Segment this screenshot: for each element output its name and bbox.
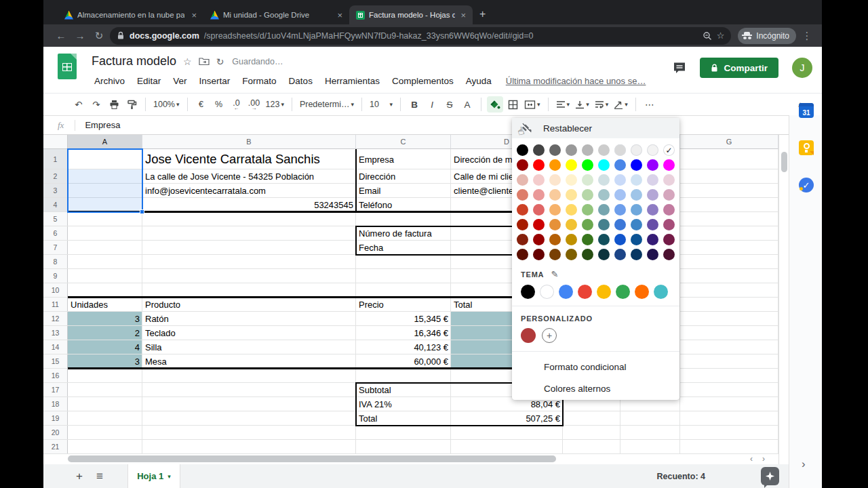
color-swatch-4c1130[interactable] [663, 249, 675, 260]
color-swatch-85200c[interactable] [517, 234, 528, 245]
paint-format-button[interactable] [123, 96, 140, 113]
color-swatch-f9cb9c[interactable] [549, 189, 561, 201]
row-header-2[interactable]: 2 [43, 169, 68, 184]
row-header-11[interactable]: 11 [43, 298, 68, 312]
show-side-panel-icon[interactable]: › [802, 458, 806, 471]
cell-A14[interactable]: 4 [68, 340, 142, 354]
theme-color-46bdc6[interactable] [654, 285, 668, 299]
text-color-button[interactable]: A [459, 96, 475, 113]
bold-button[interactable]: B [406, 96, 422, 113]
theme-color-ff6d01[interactable] [635, 285, 649, 299]
cell-C7[interactable]: Fecha [356, 241, 451, 255]
color-swatch-b7b7b7[interactable] [582, 144, 593, 156]
menu-editar[interactable]: Editar [131, 74, 167, 88]
color-swatch-ffd966[interactable] [566, 204, 577, 216]
new-tab-button[interactable]: + [473, 7, 492, 24]
row-header-4[interactable]: 4 [43, 198, 68, 212]
color-swatch-ff00ff[interactable] [663, 159, 675, 171]
color-swatch-980000[interactable] [517, 159, 528, 171]
bookmark-star-icon[interactable]: ☆ [717, 30, 725, 41]
color-swatch-c27ba0[interactable] [663, 204, 675, 216]
cell-A12[interactable]: 3 [68, 312, 142, 326]
color-swatch-00ffff[interactable] [598, 159, 610, 171]
row-header-7[interactable]: 7 [43, 241, 68, 255]
color-swatch-274e13[interactable] [582, 249, 593, 260]
color-swatch-ead1dc[interactable] [663, 174, 675, 186]
color-swatch-d9d2e9[interactable] [647, 174, 658, 186]
color-swatch-ffe599[interactable] [566, 189, 577, 201]
tab-close-icon[interactable]: × [459, 10, 467, 20]
color-swatch-8e7cc3[interactable] [647, 204, 658, 216]
color-swatch-351c75[interactable] [647, 234, 658, 245]
cell-A15[interactable]: 3 [68, 354, 142, 369]
print-button[interactable] [106, 96, 122, 113]
explore-button[interactable] [761, 467, 779, 485]
reset-color-button[interactable]: Restablecer ☝ [512, 118, 679, 138]
select-all-corner[interactable] [43, 135, 68, 149]
zoom-select[interactable]: 100%▾ [151, 96, 182, 113]
color-swatch-d0e0e3[interactable] [598, 174, 610, 186]
borders-button[interactable] [505, 96, 521, 113]
menu-ayuda[interactable]: Ayuda [460, 74, 498, 88]
color-swatch-ff9900[interactable] [549, 159, 561, 171]
color-swatch-fce5cd[interactable] [549, 174, 561, 186]
star-document-icon[interactable]: ☆ [183, 56, 192, 67]
fill-color-button[interactable] [487, 96, 503, 113]
color-swatch-38761d[interactable] [582, 234, 593, 245]
color-swatch-93c47d[interactable] [582, 204, 593, 216]
color-swatch-0000ff[interactable] [631, 159, 642, 171]
color-swatch-45818e[interactable] [598, 219, 610, 230]
color-swatch-b45f06[interactable] [549, 234, 561, 245]
number-format-button[interactable]: 123▾ [264, 96, 286, 113]
color-swatch-5b0f00[interactable] [517, 249, 528, 260]
theme-color-ffffff[interactable] [540, 285, 554, 299]
increase-decimal-button[interactable]: .00→ [246, 96, 262, 113]
cell-B4[interactable]: 53243545 [142, 198, 356, 212]
tasks-icon[interactable]: ✓ [799, 178, 814, 192]
theme-color-ea4335[interactable] [578, 285, 592, 299]
add-sheet-button[interactable]: + [69, 470, 90, 483]
row-header-12[interactable]: 12 [43, 312, 68, 326]
color-swatch-e06666[interactable] [533, 204, 545, 216]
sheet-tab-menu-icon[interactable]: ▾ [167, 473, 171, 480]
add-custom-color-button[interactable]: + [542, 328, 557, 343]
cell-B3[interactable]: info@josevicentecarratala.com [142, 184, 356, 198]
font-size-select[interactable]: 10▾ [368, 96, 395, 113]
browser-menu-button[interactable]: ⋮ [799, 30, 815, 42]
color-swatch-00ff00[interactable] [582, 159, 593, 171]
color-swatch-6fa8dc[interactable] [631, 204, 642, 216]
row-header-10[interactable]: 10 [43, 283, 68, 298]
column-header-B[interactable]: B [142, 135, 356, 149]
color-swatch-b6d7a8[interactable] [582, 189, 593, 201]
color-swatch-6d9eeb[interactable] [614, 204, 626, 216]
cell-C11[interactable]: Precio [356, 298, 451, 312]
cell-D19[interactable]: 507,25 € [451, 411, 563, 426]
tab-close-icon[interactable]: × [190, 10, 198, 20]
row-header-1[interactable]: 1 [43, 149, 68, 169]
column-header-C[interactable]: C [356, 135, 451, 149]
horizontal-scrollbar-thumb[interactable] [68, 455, 556, 462]
cell-C6[interactable]: Número de factura [356, 226, 451, 241]
color-swatch-c9daf8[interactable] [614, 174, 626, 186]
color-swatch-efefef[interactable] [631, 144, 642, 156]
color-swatch-783f04[interactable] [549, 249, 561, 260]
cell-A11[interactable]: Unidades [68, 298, 142, 312]
vertical-scrollbar-thumb[interactable] [781, 152, 787, 172]
color-swatch-134f5c[interactable] [598, 234, 610, 245]
color-swatch-674ea7[interactable] [647, 219, 658, 230]
currency-format-button[interactable]: € [193, 96, 210, 113]
menu-ver[interactable]: Ver [167, 74, 193, 88]
color-swatch-9900ff[interactable] [647, 159, 658, 171]
color-swatch-cc4125[interactable] [517, 204, 528, 216]
row-header-5[interactable]: 5 [43, 212, 68, 226]
decrease-decimal-button[interactable]: .0← [229, 96, 245, 113]
italic-button[interactable]: I [424, 96, 440, 113]
cell-B13[interactable]: Teclado [142, 326, 356, 340]
color-swatch-a4c2f4[interactable] [614, 189, 626, 201]
last-modified-link[interactable]: Última modificación hace unos se… [506, 76, 646, 86]
forward-button[interactable]: → [72, 30, 88, 41]
theme-color-fbbc04[interactable] [597, 285, 611, 299]
row-header-3[interactable]: 3 [43, 184, 68, 198]
theme-color-34a853[interactable] [616, 285, 630, 299]
theme-color-000000[interactable] [521, 285, 535, 299]
